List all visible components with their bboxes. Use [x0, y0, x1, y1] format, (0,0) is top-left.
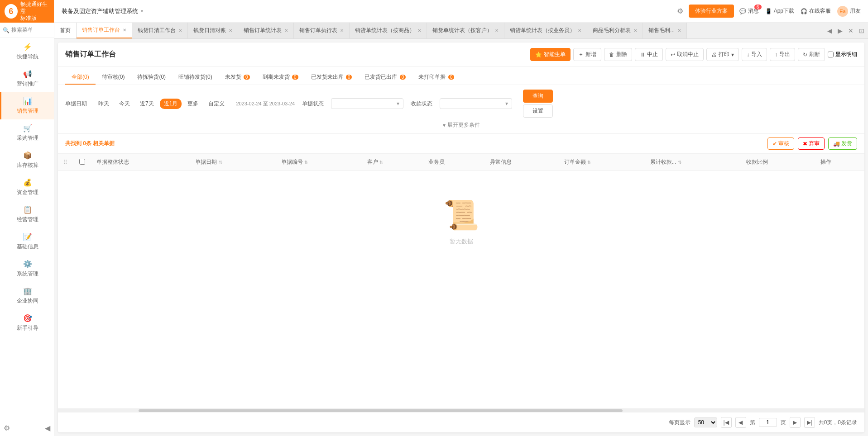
ship-btn[interactable]: 🚚 发货 [828, 137, 857, 150]
per-page-select[interactable]: 10 20 50 100 [694, 417, 717, 427]
subtab-shipped-not-out[interactable]: 已发货未出库 0 [305, 71, 359, 85]
sidebar-item-enterprise[interactable]: 🏢 企业协同 [0, 282, 54, 309]
tab-sales-by-customer[interactable]: 销货单统计表（按客户） ✕ [427, 23, 504, 38]
subtab-pending-check[interactable]: 待拣验货(0) [131, 71, 172, 85]
date-sort-icon[interactable]: ⇅ [219, 160, 222, 165]
print-btn[interactable]: 🖨 打印 ▾ [706, 48, 739, 61]
tab-close-gross-profit[interactable]: ✕ [633, 28, 637, 33]
sidebar-item-guide[interactable]: 🎯 新手引导 [0, 309, 54, 336]
sidebar-search[interactable]: 🔍 搜索菜单 [0, 23, 54, 38]
sidebar-item-basic-info[interactable]: 📝 基础信息 [0, 228, 54, 255]
pause-btn[interactable]: ⏸ 中止 [635, 48, 663, 61]
subtab-shipped-out[interactable]: 已发货已出库 0 [358, 71, 412, 85]
scrollbar-thumb[interactable] [139, 409, 623, 412]
review-btn[interactable]: ✔ 审核 [767, 137, 794, 150]
subtab-wangpu[interactable]: 旺铺待发货(0) [172, 71, 219, 85]
tab-sales-exec[interactable]: 销售订单执行表 ✕ [294, 23, 350, 38]
number-sort-icon[interactable]: ⇅ [304, 160, 308, 165]
show-detail-checkbox[interactable] [828, 52, 834, 57]
date-btn-more[interactable]: 更多 [183, 99, 202, 109]
settings-btn[interactable]: 设置 [523, 104, 553, 118]
tab-close-sales-by-product[interactable]: ✕ [417, 28, 421, 33]
prev-page-btn[interactable]: ◀ [735, 417, 746, 428]
tab-close-sales-order[interactable]: ✕ [123, 28, 126, 33]
app-download-btn[interactable]: 📱 App下载 [765, 7, 794, 15]
sidebar-item-finance[interactable]: 💰 资金管理 [0, 174, 54, 201]
tab-expand-btn[interactable]: ⊡ [857, 27, 866, 34]
tab-sales-by-staff[interactable]: 销货单统计表（按业务员） ✕ [504, 23, 587, 38]
tab-sales-more[interactable]: 销售毛利... ✕ [643, 23, 687, 38]
user-area[interactable]: Ea 用友 [837, 6, 861, 17]
delete-btn[interactable]: 🗑 删除 [604, 48, 632, 61]
date-btn-custom[interactable]: 自定义 [204, 99, 229, 109]
tab-close-current-btn[interactable]: ✕ [846, 27, 855, 34]
date-btn-7days[interactable]: 近7天 [136, 99, 158, 109]
tab-close-sales-by-customer[interactable]: ✕ [495, 28, 499, 33]
tab-close-sales-stats[interactable]: ✕ [284, 28, 288, 33]
toolbar: 共找到 0条 相关单据 ✔ 审核 ✖ 弃审 🚚 发货 [58, 134, 864, 154]
online-service-btn[interactable]: 🎧 在线客服 [801, 7, 831, 15]
tab-prev-btn[interactable]: ◀ [825, 27, 834, 34]
sidebar-item-purchase[interactable]: 🛒 采购管理 [0, 119, 54, 147]
subtab-pending-review[interactable]: 待审核(0) [96, 71, 131, 85]
tab-close-cash-account[interactable]: ✕ [229, 28, 232, 33]
subtabs: 全部(0) 待审核(0) 待拣验货(0) 旺铺待发货(0) 未发货 0 到期未发… [58, 67, 864, 85]
tab-cash-account[interactable]: 钱货日清对账 ✕ [188, 23, 238, 38]
topbar-gear-icon[interactable]: ⚙ [677, 7, 683, 15]
tab-cash-daily[interactable]: 钱货日清工作台 ✕ [132, 23, 188, 38]
subtab-overdue[interactable]: 到期未发货 0 [256, 71, 305, 85]
tab-home[interactable]: 首页 [54, 23, 77, 38]
revoke-btn[interactable]: ✖ 弃审 [798, 137, 825, 150]
query-btn[interactable]: 查询 [523, 90, 553, 103]
subtab-not-printed[interactable]: 未打印单据 0 [412, 71, 460, 85]
sidebar-item-system[interactable]: ⚙️ 系统管理 [0, 255, 54, 282]
import-btn[interactable]: ↓ 导入 [742, 48, 767, 61]
status-select[interactable]: ▾ [331, 98, 403, 109]
tab-close-sales-by-staff[interactable]: ✕ [578, 28, 581, 33]
smart-generate-btn[interactable]: ⭐ 智能生单 [530, 48, 571, 61]
refresh-btn[interactable]: ↻ 刷新 [798, 48, 825, 61]
title-dropdown-arrow[interactable]: ▾ [141, 9, 143, 14]
last-page-btn[interactable]: ▶| [804, 417, 815, 428]
select-all-checkbox[interactable] [79, 159, 85, 165]
add-btn[interactable]: ＋ 新增 [573, 48, 601, 61]
sidebar: 6 畅捷通好生意 标准版 🔍 搜索菜单 ⚡ 快捷导航 📢 营销推广 📊 销售管理… [0, 0, 54, 436]
tab-close-sales-exec[interactable]: ✕ [340, 28, 344, 33]
tab-sales-by-product[interactable]: 销货单统计表（按商品） ✕ [350, 23, 427, 38]
tab-close-sales-more[interactable]: ✕ [677, 28, 681, 33]
amount-sort-icon[interactable]: ⇅ [587, 160, 591, 165]
expand-conditions-btn[interactable]: ▾ 展开更多条件 [443, 121, 480, 129]
tab-sales-stats[interactable]: 销售订单统计表 ✕ [238, 23, 294, 38]
sidebar-item-quick-nav[interactable]: ⚡ 快捷导航 [0, 38, 54, 65]
date-btn-yesterday[interactable]: 昨天 [94, 99, 113, 109]
tab-gross-profit[interactable]: 商品毛利分析表 ✕ [587, 23, 643, 38]
tab-sales-order[interactable]: 销售订单工作台 ✕ [77, 23, 132, 38]
settings-bottom-icon[interactable]: ⚙ [4, 424, 10, 432]
date-btn-today[interactable]: 今天 [115, 99, 134, 109]
marketing-icon: 📢 [23, 70, 32, 78]
tab-next-btn[interactable]: ▶ [836, 27, 844, 34]
collapse-sidebar-icon[interactable]: ◀ [45, 424, 50, 432]
next-page-btn[interactable]: ▶ [790, 417, 801, 428]
subtab-all[interactable]: 全部(0) [65, 71, 96, 85]
cancel-pause-btn[interactable]: ↩ 取消中止 [666, 48, 704, 61]
sidebar-item-operations[interactable]: 📋 经营管理 [0, 201, 54, 228]
collected-sort-icon[interactable]: ⇅ [678, 160, 681, 165]
payment-select[interactable]: ▾ [440, 98, 512, 109]
logo-icon: 6 [5, 4, 18, 19]
sidebar-item-marketing[interactable]: 📢 营销推广 [0, 65, 54, 92]
first-page-btn[interactable]: |◀ [721, 417, 732, 428]
sidebar-item-sales[interactable]: 📊 销售管理 [0, 92, 54, 119]
page-input[interactable] [759, 418, 777, 427]
customer-sort-icon[interactable]: ⇅ [379, 160, 383, 165]
export-btn[interactable]: ↑ 导出 [770, 48, 795, 61]
message-btn[interactable]: 💬 消息 6 [739, 7, 759, 15]
subtab-not-shipped[interactable]: 未发货 0 [219, 71, 256, 85]
search-icon: 🔍 [3, 27, 10, 33]
sidebar-item-inventory[interactable]: 📦 库存核算 [0, 147, 54, 174]
solution-btn[interactable]: 体验行业方案 [689, 5, 734, 18]
tab-close-cash-daily[interactable]: ✕ [178, 28, 182, 33]
horizontal-scrollbar[interactable] [58, 408, 864, 412]
date-btn-1month[interactable]: 近1月 [160, 99, 182, 109]
show-detail-toggle[interactable]: 显示明细 [828, 51, 857, 58]
